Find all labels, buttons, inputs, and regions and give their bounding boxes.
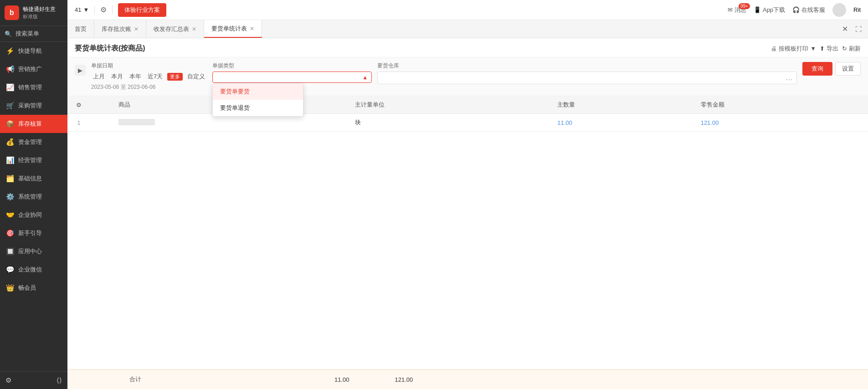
- sidebar-footer: ⚙ ⟨⟩: [0, 371, 67, 389]
- sidebar-item-cooperation[interactable]: 🤝 企业协同: [0, 206, 67, 224]
- warehouse-filter-label: 要货仓库: [377, 62, 797, 70]
- date-shortcut-more[interactable]: 更多: [167, 73, 183, 81]
- sidebar-collapse-icon[interactable]: ⟨⟩: [56, 376, 62, 384]
- table-col-index: [90, 96, 113, 114]
- export-icon: ⬆: [820, 45, 825, 52]
- app-logo: b: [5, 5, 19, 20]
- table-footer: 合计 11.00 121.00: [67, 369, 868, 389]
- table-cell-empty: [90, 114, 113, 132]
- tab-order-stats-close[interactable]: ✕: [250, 26, 254, 32]
- headset-icon: 🎧: [792, 6, 800, 13]
- tab-expand-button[interactable]: ⛶: [853, 25, 864, 34]
- main-area: 41 ▼ ⚙ 体验行业方案 ✉ 消息 99+ 📱 App下载 🎧 在线客服: [67, 0, 868, 389]
- data-table: ⚙ 商品 主计量单位 主数量 零售金额 1: [67, 96, 868, 132]
- tab-send-receive[interactable]: 收发存汇总表 ✕: [146, 20, 204, 38]
- refresh-icon: ↻: [842, 45, 847, 52]
- table-settings-header[interactable]: ⚙: [67, 96, 90, 114]
- app-download-action[interactable]: 📱 App下载: [754, 6, 785, 14]
- page-title: 要货单统计表(按商品): [75, 44, 145, 53]
- sidebar-item-quick-nav[interactable]: ⚡ 快捷导航: [0, 42, 67, 60]
- date-shortcut-this-month[interactable]: 本月: [109, 72, 125, 82]
- date-shortcut-custom[interactable]: 自定义: [185, 72, 207, 82]
- sidebar-item-purchase[interactable]: 🛒 采购管理: [0, 97, 67, 115]
- dropdown-item-order-goods[interactable]: 要货单要货: [213, 83, 303, 100]
- footer-label: 合计: [129, 375, 148, 384]
- tab-close-all-button[interactable]: ✕: [839, 24, 851, 34]
- sidebar-item-basics[interactable]: 🗂️ 基础信息: [0, 169, 67, 188]
- print-button[interactable]: 🖨 按模板打印 ▼: [771, 45, 816, 53]
- chevron-down-icon: ▼: [83, 6, 89, 13]
- sidebar-item-operations[interactable]: 📊 经营管理: [0, 151, 67, 169]
- query-button[interactable]: 查询: [802, 62, 832, 76]
- filter-type-group: 单据类型 ▲ 要货单要货 要货单退货: [212, 62, 372, 83]
- online-service-action[interactable]: 🎧 在线客服: [792, 6, 825, 14]
- date-filter-label: 单据日期: [91, 62, 207, 70]
- type-dropdown-menu: 要货单要货 要货单退货: [212, 83, 303, 117]
- filter-expand-button[interactable]: ▶: [75, 65, 86, 76]
- page-actions: 🖨 按模板打印 ▼ ⬆ 导出 ↻ 刷新: [771, 45, 861, 53]
- topbar-settings-icon[interactable]: ⚙: [100, 5, 107, 14]
- search-icon: 🔍: [5, 31, 12, 37]
- type-filter-input[interactable]: [216, 74, 362, 81]
- user-name: Rit: [853, 6, 861, 13]
- table-col-amount: 零售金额: [695, 96, 868, 114]
- sidebar-item-app-center[interactable]: 🔲 应用中心: [0, 242, 67, 261]
- sidebar-item-system[interactable]: ⚙️ 系统管理: [0, 188, 67, 206]
- table-row: 1 块 11.00 121.00: [67, 114, 868, 132]
- export-button[interactable]: ⬆ 导出: [820, 45, 838, 53]
- dropdown-item-order-return[interactable]: 要货单退货: [213, 100, 303, 116]
- store-selector[interactable]: 41 ▼: [75, 6, 89, 13]
- tab-batch-account-close[interactable]: ✕: [134, 26, 139, 32]
- cooperation-icon: 🤝: [5, 210, 15, 220]
- sidebar-search[interactable]: 🔍 搜索菜单: [0, 26, 67, 42]
- sidebar-item-wechat[interactable]: 💬 企业微信: [0, 261, 67, 279]
- inventory-icon: 📦: [5, 119, 15, 128]
- warehouse-input[interactable]: [381, 75, 786, 82]
- sidebar-item-marketing[interactable]: 📢 营销推广: [0, 60, 67, 78]
- basics-icon: 🗂️: [5, 174, 15, 183]
- refresh-button[interactable]: ↻ 刷新: [842, 45, 861, 53]
- table-col-quantity: 主数量: [552, 96, 695, 114]
- topbar-right: ✉ 消息 99+ 📱 App下载 🎧 在线客服 Rit: [728, 3, 861, 17]
- amount-link[interactable]: 121.00: [701, 119, 719, 126]
- tab-order-stats[interactable]: 要货单统计表 ✕: [204, 20, 262, 38]
- footer-quantity: 11.00: [334, 376, 349, 383]
- type-filter-input-wrapper[interactable]: ▲: [212, 72, 372, 83]
- purchase-icon: 🛒: [5, 101, 15, 110]
- tab-batch-account[interactable]: 库存批次账 ✕: [94, 20, 146, 38]
- sidebar-item-member[interactable]: 👑 畅会员: [0, 279, 67, 297]
- warehouse-more-icon[interactable]: …: [786, 74, 793, 82]
- trial-button[interactable]: 体验行业方案: [118, 3, 166, 17]
- filter-settings-button[interactable]: 设置: [835, 62, 861, 76]
- date-shortcut-7days[interactable]: 近7天: [146, 72, 164, 82]
- date-shortcut-last-month[interactable]: 上月: [91, 72, 107, 82]
- print-arrow-icon: ▼: [810, 45, 816, 52]
- type-filter-arrow-icon[interactable]: ▲: [362, 74, 368, 81]
- sidebar-item-finance[interactable]: 💰 资金管理: [0, 133, 67, 151]
- page-header: 要货单统计表(按商品) 🖨 按模板打印 ▼ ⬆ 导出 ↻ 刷新: [67, 38, 868, 57]
- table-cell-amount: 121.00: [695, 114, 868, 132]
- phone-icon: 📱: [754, 6, 761, 13]
- table-cell-row-index: 1: [67, 114, 90, 132]
- date-range-text: 2023-05-06 至 2023-06-06: [91, 83, 207, 91]
- sidebar-item-guide[interactable]: 🎯 新手引导: [0, 224, 67, 242]
- wechat-icon: 💬: [5, 265, 15, 274]
- app-center-icon: 🔲: [5, 247, 15, 256]
- footer-amount: 121.00: [395, 376, 413, 383]
- quick-nav-icon: ⚡: [5, 46, 15, 56]
- user-avatar[interactable]: [832, 3, 846, 17]
- topbar-left: 41 ▼ ⚙ 体验行业方案: [75, 3, 166, 17]
- sidebar-settings-icon[interactable]: ⚙: [5, 376, 11, 384]
- type-filter-label: 单据类型: [212, 62, 372, 70]
- messages-action[interactable]: ✉ 消息 99+: [728, 6, 746, 14]
- product-name-placeholder: [118, 119, 155, 125]
- sidebar: b 畅捷通好生意 标准版 🔍 搜索菜单 ⚡ 快捷导航 📢 营销推广 📈 销售管理…: [0, 0, 67, 389]
- tab-home[interactable]: 首页: [67, 20, 94, 38]
- print-icon: 🖨: [771, 45, 777, 52]
- warehouse-input-wrapper[interactable]: …: [377, 72, 797, 84]
- sidebar-item-sales[interactable]: 📈 销售管理: [0, 78, 67, 97]
- sidebar-item-inventory[interactable]: 📦 库存核算: [0, 115, 67, 133]
- date-shortcut-this-year[interactable]: 本年: [128, 72, 143, 82]
- tab-send-receive-close[interactable]: ✕: [192, 26, 196, 32]
- quantity-link[interactable]: 11.00: [557, 119, 572, 126]
